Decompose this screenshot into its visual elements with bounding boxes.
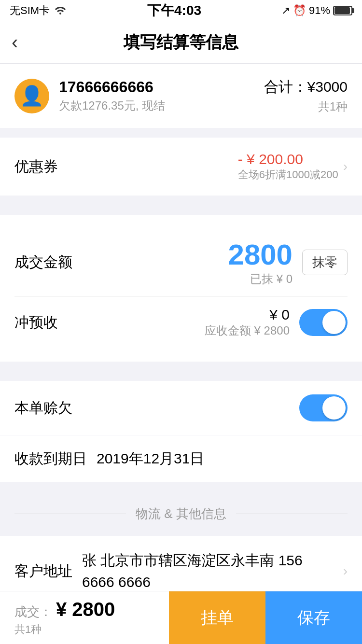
bottom-deal-label: 成交： — [14, 603, 52, 620]
nav-bar: ‹ 填写结算等信息 — [0, 21, 362, 64]
no-sim-label: 无SIM卡 — [10, 3, 50, 18]
coupon-chevron-icon: › — [343, 159, 348, 174]
amount-section: 成交金额 2800 已抹 ¥ 0 抹零 冲预收 ¥ 0 应收金额 ¥ 2800 — [0, 215, 362, 362]
bottom-summary: 成交： ¥ 2800 共1种 — [0, 599, 169, 637]
prepay-amount: ¥ 0 — [205, 307, 290, 323]
prepay-right: ¥ 0 应收金额 ¥ 2800 — [205, 307, 348, 338]
content-area: 👤 17666666666 欠款1276.35元, 现结 合计：¥3000 共1… — [0, 64, 362, 644]
status-left: 无SIM卡 — [10, 3, 67, 18]
deal-amount-row: 成交金额 2800 已抹 ¥ 0 抹零 — [14, 228, 348, 296]
coupon-amount: - ¥ 200.00 — [238, 151, 338, 168]
customer-phone: 17666666666 — [59, 78, 165, 96]
back-button[interactable]: ‹ — [12, 31, 18, 53]
section-divider-2 — [0, 362, 362, 371]
deal-amount-sub: 已抹 ¥ 0 — [228, 271, 292, 287]
coupon-right: - ¥ 200.00 全场6折满1000减200 › — [238, 151, 348, 182]
section-divider-3 — [0, 482, 362, 492]
section-divider-1 — [0, 205, 362, 215]
deal-amount-value-group: 2800 已抹 ¥ 0 抹零 — [228, 238, 348, 287]
avatar-icon: 👤 — [20, 84, 44, 107]
battery-icon — [333, 6, 352, 15]
page-title: 填写结算等信息 — [124, 31, 238, 54]
prepay-toggle[interactable] — [299, 309, 348, 336]
avatar: 👤 — [14, 79, 49, 113]
prepay-value-group: ¥ 0 应收金额 ¥ 2800 — [205, 307, 290, 338]
bottom-bar: 成交： ¥ 2800 共1种 挂单 保存 — [0, 591, 362, 644]
logistics-line-right — [236, 514, 348, 514]
save-button[interactable]: 保存 — [265, 591, 362, 644]
credit-toggle[interactable] — [299, 394, 348, 421]
battery-label: 91% — [309, 4, 330, 17]
logistics-text: 物流 & 其他信息 — [136, 505, 226, 522]
customer-info: 17666666666 欠款1276.35元, 现结 — [59, 78, 165, 113]
coupon-desc: 全场6折满1000减200 — [238, 168, 338, 182]
hang-button[interactable]: 挂单 — [169, 591, 265, 644]
status-time: 下午4:03 — [147, 1, 201, 20]
prepay-toggle-circle — [322, 311, 346, 334]
address-value: 张 北京市市辖区海淀区永丰南 156 6666 6666 — [72, 549, 343, 593]
alarm-icon: ⏰ — [293, 4, 306, 17]
deal-amount-label: 成交金额 — [14, 252, 72, 272]
credit-toggle-circle — [322, 396, 346, 420]
credit-section: 本单赊欠 — [0, 381, 362, 435]
address-chevron-icon: › — [343, 563, 348, 579]
credit-label: 本单赊欠 — [14, 398, 72, 418]
logistics-line-left — [14, 514, 126, 514]
customer-count: 共1种 — [264, 99, 348, 114]
address-label: 客户地址 — [14, 561, 72, 581]
due-label: 收款到期日 — [14, 449, 87, 469]
status-right: ↗ ⏰ 91% — [281, 4, 352, 17]
bottom-count: 共1种 — [14, 622, 154, 637]
customer-right: 合计：¥3000 共1种 — [264, 77, 348, 114]
prepay-total: 应收金额 ¥ 2800 — [205, 323, 290, 338]
round-button[interactable]: 抹零 — [302, 250, 348, 275]
customer-section: 👤 17666666666 欠款1276.35元, 现结 合计：¥3000 共1… — [0, 64, 362, 128]
logistics-header: 物流 & 其他信息 — [0, 492, 362, 536]
prepay-label: 冲预收 — [14, 313, 58, 333]
due-date: 2019年12月31日 — [97, 449, 204, 469]
location-icon: ↗ — [281, 4, 290, 17]
customer-left: 👤 17666666666 欠款1276.35元, 现结 — [14, 78, 165, 113]
customer-total: 合计：¥3000 — [264, 77, 348, 97]
customer-debt: 欠款1276.35元, 现结 — [59, 98, 165, 113]
coupon-section[interactable]: 优惠券 - ¥ 200.00 全场6折满1000减200 › — [0, 138, 362, 196]
deal-amount-value: 2800 — [228, 238, 292, 271]
due-section: 收款到期日 2019年12月31日 — [0, 435, 362, 482]
status-bar: 无SIM卡 下午4:03 ↗ ⏰ 91% — [0, 0, 362, 21]
coupon-label: 优惠券 — [14, 157, 58, 177]
bottom-deal-row: 成交： ¥ 2800 — [14, 599, 154, 620]
bottom-amount: ¥ 2800 — [56, 599, 115, 620]
prepay-row: 冲预收 ¥ 0 应收金额 ¥ 2800 — [14, 296, 348, 348]
wifi-icon — [54, 4, 67, 17]
